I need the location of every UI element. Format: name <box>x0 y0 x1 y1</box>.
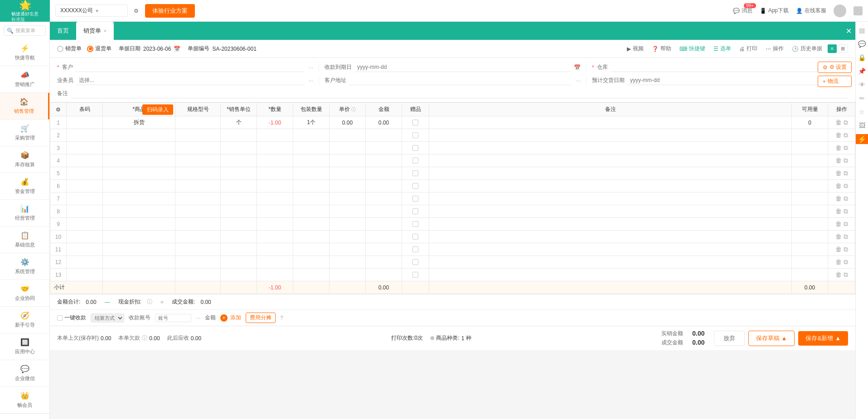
print-button[interactable]: 🖨 打印 <box>737 43 760 54</box>
notes-input[interactable] <box>71 89 848 98</box>
customer-input[interactable] <box>76 63 304 72</box>
history-button[interactable]: 🕒 历史单据 <box>789 43 825 54</box>
delete-row-icon[interactable]: 🗑 <box>835 271 842 279</box>
shortcut-button[interactable]: ⌨ 快捷键 <box>677 43 708 54</box>
rp-edit-icon[interactable]: ✏ <box>857 93 867 103</box>
sidebar-item-sales[interactable]: 🏠 销售管理 <box>0 93 49 120</box>
delete-row-icon[interactable]: 🗑 <box>835 169 842 177</box>
delete-row-icon[interactable]: 🗑 <box>835 182 842 190</box>
tab-sales-order[interactable]: 销货单 × <box>76 22 114 40</box>
search-label[interactable]: 搜索菜单 <box>15 27 35 34</box>
copy-row-icon[interactable]: ⧉ <box>844 195 848 202</box>
sidebar-item-ops[interactable]: 📊 经营管理 <box>0 200 49 226</box>
cell-spec[interactable] <box>175 116 221 129</box>
card-view-button[interactable]: ⊞ <box>838 44 848 53</box>
rp-image-icon[interactable]: 🖼 <box>857 120 867 130</box>
radio-sales-order[interactable]: 销货单 <box>57 45 82 53</box>
tab-close-window[interactable]: ✕ <box>846 27 852 35</box>
tab-close-button[interactable]: × <box>104 29 107 34</box>
delete-row-icon[interactable]: 🗑 <box>835 233 842 241</box>
expense-help-icon[interactable]: ? <box>280 315 283 321</box>
sidebar-item-quick-nav[interactable]: ⚡ 快捷导航 <box>0 39 49 66</box>
delete-row-icon[interactable]: 🗑 <box>835 246 842 253</box>
owed-help-icon[interactable]: ⓘ <box>142 334 147 342</box>
col-setting[interactable]: ⚙ <box>50 103 67 116</box>
price-info-icon[interactable]: ⓘ <box>351 107 356 112</box>
calc-method-select[interactable]: 结算方式 <box>91 313 124 323</box>
sidebar-item-purchase[interactable]: 🛒 采购管理 <box>0 120 49 146</box>
rp-star-icon[interactable]: ☆ <box>857 107 867 117</box>
rp-chat-icon[interactable]: 💬 <box>857 39 867 49</box>
copy-row-icon[interactable]: ⧉ <box>844 144 848 152</box>
sidebar-item-collab[interactable]: 🤝 企业协同 <box>0 280 49 307</box>
sidebar-item-basic[interactable]: 📋 基础信息 <box>0 226 49 253</box>
message-button[interactable]: 💬 消息 99+ <box>733 7 752 14</box>
copy-row-icon[interactable]: ⧉ <box>844 246 848 253</box>
copy-row-icon[interactable]: ⧉ <box>844 258 848 266</box>
save-new-chevron[interactable]: ▲ <box>835 335 841 342</box>
sidebar-item-finance[interactable]: 💰 资金管理 <box>0 173 49 200</box>
help-icon-footer[interactable]: ⓘ <box>147 298 152 306</box>
copy-row-icon[interactable]: ⧉ <box>844 207 848 215</box>
delete-row-icon[interactable]: 🗑 <box>835 207 842 215</box>
delete-row-icon[interactable]: 🗑 <box>835 195 842 202</box>
salesperson-dots[interactable]: ··· <box>309 77 313 84</box>
one-click-payment[interactable]: 一键收款 <box>57 314 86 322</box>
salesperson-input[interactable] <box>76 76 304 85</box>
rp-action-icon[interactable]: ⚡ <box>856 134 868 144</box>
select-button[interactable]: ☰ 选单 <box>711 43 734 54</box>
cell-qty[interactable]: -1.00 <box>257 116 293 129</box>
discard-button[interactable]: 放弃 <box>714 331 745 346</box>
save-draft-chevron[interactable]: ▲ <box>781 335 787 342</box>
copy-row-icon[interactable]: ⧉ <box>844 131 848 139</box>
trial-button[interactable]: 体验行业方案 <box>145 4 195 18</box>
save-new-button[interactable]: 保存&新增 ▲ <box>798 331 848 346</box>
sidebar-item-inventory[interactable]: 📦 库存核算 <box>0 146 49 173</box>
payment-due-input[interactable] <box>354 63 571 72</box>
add-payment-button[interactable]: + <box>220 314 228 322</box>
app-download-button[interactable]: 📱 App下载 <box>760 7 789 14</box>
date-value[interactable]: 2023-06-06 <box>143 46 171 52</box>
video-button[interactable]: ▶ 视频 <box>624 43 646 54</box>
rp-pin-icon[interactable]: 📌 <box>857 66 867 76</box>
ops-button[interactable]: ⋯ 操作 <box>763 43 786 54</box>
sidebar-item-member[interactable]: 👑 畅会员 <box>0 387 49 414</box>
sidebar-item-guide[interactable]: 🧭 新手引导 <box>0 307 49 333</box>
sidebar-item-appstore[interactable]: 🔲 应用中心 <box>0 333 49 360</box>
scan-button[interactable]: 扫码录入 <box>142 104 173 115</box>
customer-dots[interactable]: ··· <box>309 64 313 71</box>
rp-lock-icon[interactable]: 🔒 <box>857 53 867 63</box>
radio-return-order[interactable]: 退货单 <box>87 45 112 53</box>
tab-home[interactable]: 首页 <box>50 22 76 40</box>
cell-unit[interactable]: 个 <box>221 116 257 129</box>
sidebar-item-weixin[interactable]: 💬 企业微信 <box>0 360 49 387</box>
save-draft-button[interactable]: 保存草稿 ▲ <box>748 331 795 346</box>
user-menu-icon[interactable] <box>853 6 863 15</box>
delete-row-icon[interactable]: 🗑 <box>835 258 842 266</box>
delete-row-icon[interactable]: 🗑 <box>835 131 842 139</box>
list-view-button[interactable]: ≡ <box>828 44 837 53</box>
rp-eye-icon[interactable]: 👁 <box>857 80 867 90</box>
cell-price[interactable]: 0.00 <box>330 116 366 129</box>
copy-row-icon[interactable]: ⧉ <box>844 119 848 126</box>
payment-calendar-icon[interactable]: 📅 <box>574 64 581 71</box>
sidebar-item-system[interactable]: ⚙️ 系统管理 <box>0 253 49 280</box>
delete-row-icon[interactable]: 🗑 <box>835 157 842 164</box>
copy-row-icon[interactable]: ⧉ <box>844 169 848 177</box>
delete-row-icon[interactable]: 🗑 <box>835 144 842 152</box>
customer-addr-input[interactable] <box>349 76 572 85</box>
addr-dots[interactable]: ··· <box>576 77 581 84</box>
calendar-icon[interactable]: 📅 <box>174 46 180 52</box>
online-service-button[interactable]: 👤 在线客服 <box>796 7 826 14</box>
cell-gift[interactable] <box>402 116 429 129</box>
expected-date-input[interactable] <box>627 76 839 85</box>
cell-barcode[interactable] <box>67 116 103 129</box>
help-button[interactable]: ❓ 帮助 <box>649 43 674 54</box>
copy-row-icon[interactable]: ⧉ <box>844 182 848 190</box>
settings-icon[interactable]: ⚙ <box>131 6 141 15</box>
delete-row-icon[interactable]: 🗑 <box>835 119 842 126</box>
settings-float-button[interactable]: ⚙ ⚙ 设置 <box>818 62 852 73</box>
rp-table-view-icon[interactable]: ▤ <box>857 25 867 35</box>
company-selector[interactable]: XXXXXX公司 ▾ <box>55 5 128 17</box>
sidebar-item-marketing[interactable]: 📣 营销推广 <box>0 66 49 93</box>
